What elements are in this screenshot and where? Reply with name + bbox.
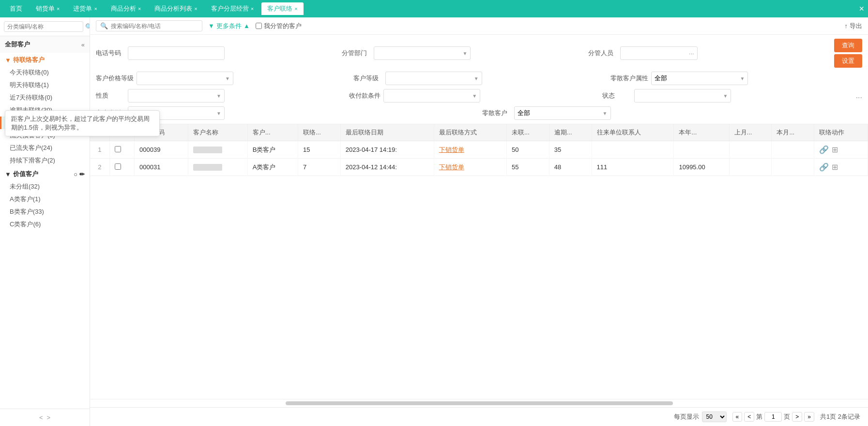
col-last-month: 上月... xyxy=(729,124,772,141)
sidebar-collapse-icon[interactable]: « xyxy=(81,41,85,48)
col-grade: 客户... xyxy=(247,124,298,141)
row1-code: 000039 xyxy=(135,141,188,159)
row2-grid-icon[interactable]: ⊞ xyxy=(832,162,838,172)
next-page-btn[interactable]: > xyxy=(792,412,802,422)
sidebar-next-arrow[interactable]: > xyxy=(47,414,51,421)
col-overdue: 逾期... xyxy=(549,124,592,141)
col-last-contact-date: 最后联络日期 xyxy=(340,124,434,141)
fake-scrollbar-track[interactable] xyxy=(286,401,673,405)
nav-tab-customer-tier[interactable]: 客户分层经营 × xyxy=(205,2,259,15)
nav-tab-purchase-close[interactable]: × xyxy=(94,6,97,12)
row1-unlink: 50 xyxy=(506,141,549,159)
sidebar-item-today[interactable]: 今天待联络(0) xyxy=(0,66,90,79)
person-label: 分管人员 xyxy=(588,49,617,58)
phone-label: 电话号码 xyxy=(96,49,125,58)
query-settings-buttons: 查询 设置 xyxy=(834,39,862,68)
row2-checkbox[interactable] xyxy=(109,159,135,176)
search-input[interactable] xyxy=(111,23,188,29)
col-unlink-days: 未联... xyxy=(506,124,549,141)
settings-button[interactable]: 设置 xyxy=(834,54,862,68)
first-page-btn[interactable]: « xyxy=(732,412,743,422)
sidebar-item-class-b[interactable]: B类客户(33) xyxy=(0,206,90,218)
nav-tab-customer-tier-close[interactable]: × xyxy=(251,6,254,12)
row1-check[interactable] xyxy=(115,146,121,152)
row1-this-month xyxy=(772,141,814,159)
close-all-tabs[interactable]: × xyxy=(859,4,864,14)
my-customers-checkbox[interactable]: 我分管的客户 xyxy=(256,22,302,30)
value-group-edit[interactable]: ✏ xyxy=(79,171,85,178)
sidebar-search-icon[interactable]: 🔍 xyxy=(85,23,90,30)
nav-tab-sales[interactable]: 销货单 × xyxy=(30,2,65,15)
table-footer: 每页显示 20 50 100 « < 第 页 > » 共1页 2条记录 xyxy=(90,407,868,426)
payment-select[interactable]: ▼ xyxy=(383,89,480,103)
nav-tab-analysis-list-close[interactable]: × xyxy=(194,6,197,12)
nav-tab-analysis[interactable]: 商品分析 × xyxy=(105,2,147,15)
nav-tab-home[interactable]: 首页 xyxy=(4,2,28,15)
sidebar-item-tomorrow[interactable]: 明天待联络(1) xyxy=(0,79,90,91)
my-customers-check[interactable] xyxy=(256,23,262,29)
sidebar-search-input[interactable] xyxy=(4,21,83,32)
current-page-input[interactable] xyxy=(764,412,782,422)
price-grade-select[interactable]: ▼ xyxy=(137,72,233,85)
row1-index: 1 xyxy=(90,141,109,159)
row3-more-dots[interactable]: ... xyxy=(856,91,862,100)
gender-select[interactable]: ▼ xyxy=(128,89,225,103)
filter-grade: 客户等级 ▼ xyxy=(353,72,605,85)
grade-select[interactable]: ▼ xyxy=(385,72,482,85)
page-label: 第 xyxy=(756,412,762,421)
row2-link-icon[interactable]: 🔗 xyxy=(819,162,829,172)
nav-tab-customer-contact[interactable]: 客户联络 × xyxy=(261,2,303,15)
filter-person: 分管人员 ··· xyxy=(588,46,828,60)
sidebar-item-class-c[interactable]: C类客户(6) xyxy=(0,218,90,231)
row1-overdue: 35 xyxy=(549,141,592,159)
row1-annual xyxy=(674,141,729,159)
row2-last-method[interactable]: 下销货单 xyxy=(434,159,506,176)
table-scrollbar[interactable] xyxy=(90,399,868,407)
dept-select[interactable]: ▼ xyxy=(374,46,471,60)
nav-tab-analysis-close[interactable]: × xyxy=(138,6,141,12)
export-btn[interactable]: ↑ 导出 xyxy=(845,22,863,30)
filter-phone: 电话号码 xyxy=(96,46,336,60)
total-records: 共1页 2条记录 xyxy=(820,412,860,421)
row1-last-method[interactable]: 下销货单 xyxy=(434,141,506,159)
status-select[interactable]: ▼ xyxy=(634,89,731,103)
sidebar-prev-arrow[interactable]: < xyxy=(39,414,43,421)
dept-label: 分管部门 xyxy=(342,49,371,58)
row2-check[interactable] xyxy=(115,163,121,170)
row2-actions: 🔗 ⊞ xyxy=(814,159,868,176)
nav-tab-customer-contact-close[interactable]: × xyxy=(294,6,297,12)
sidebar-item-unclassified[interactable]: 未分组(32) xyxy=(0,180,90,193)
col-this-month: 本月... xyxy=(772,124,814,141)
col-unit-contact: 往来单位联系人 xyxy=(592,124,674,141)
nav-tab-analysis-list[interactable]: 商品分析列表 × xyxy=(149,2,203,15)
phone-input[interactable] xyxy=(128,46,225,60)
row2-grade: A类客户 xyxy=(247,159,298,176)
nav-tab-analysis-list-label: 商品分析列表 xyxy=(154,4,192,13)
page-size-select[interactable]: 20 50 100 xyxy=(702,411,727,422)
filter-price-grade: 客户价格等级 ▼ xyxy=(96,72,348,85)
sidebar-search-area: 🔍 xyxy=(0,17,90,36)
sidebar-item-declining[interactable]: 持续下滑客户(2) xyxy=(0,154,90,167)
retail-select[interactable]: 全部▼ xyxy=(514,106,611,120)
nav-tab-purchase[interactable]: 进货单 × xyxy=(67,2,103,15)
row1-grid-icon[interactable]: ⊞ xyxy=(832,145,838,154)
sidebar-item-class-a[interactable]: A类客户(1) xyxy=(0,193,90,206)
row2-last-month xyxy=(729,159,772,176)
sidebar-item-7days[interactable]: 近7天待联络(0) xyxy=(0,91,90,104)
row2-this-month xyxy=(772,159,814,176)
more-conditions-btn[interactable]: ▼ 更多条件 ▲ xyxy=(208,22,250,30)
nav-tab-sales-close[interactable]: × xyxy=(57,6,60,12)
row1-link-icon[interactable]: 🔗 xyxy=(819,145,829,154)
row1-actions: 🔗 ⊞ xyxy=(814,141,868,159)
table-area: ⚙ 客户编码 客户名称 客户... xyxy=(90,124,868,399)
export-icon: ↑ xyxy=(845,22,848,29)
retail-attr-select[interactable]: 全部▼ xyxy=(651,72,748,85)
row1-checkbox[interactable] xyxy=(109,141,135,159)
sidebar-item-churned[interactable]: 已流失客户(24) xyxy=(0,142,90,154)
person-select[interactable]: ··· xyxy=(620,46,698,60)
filter-icon: ▼ xyxy=(208,22,214,29)
query-button[interactable]: 查询 xyxy=(834,39,862,52)
sidebar: 🔍 全部客户 « ▼ 待联络客户 今天待联络(0) 明天待联络(1) 近7天待联… xyxy=(0,17,90,426)
prev-page-btn[interactable]: < xyxy=(744,412,754,422)
last-page-btn[interactable]: » xyxy=(804,412,814,422)
